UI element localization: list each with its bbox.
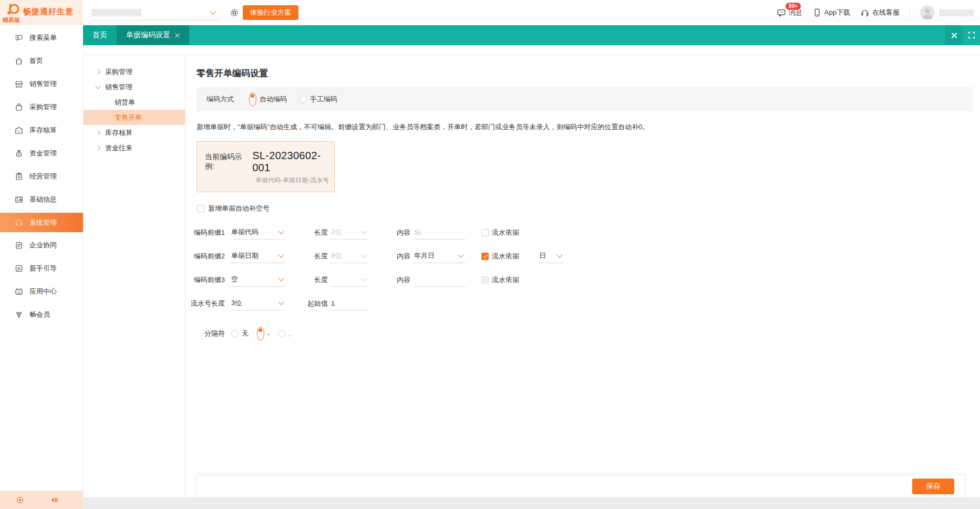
save-button[interactable]: 保存 <box>912 479 954 494</box>
phone-icon <box>812 8 822 17</box>
autofill-checkbox-row[interactable]: 新增单据自动补空号 <box>197 204 980 213</box>
chevron-down-icon <box>96 84 101 89</box>
divider <box>910 8 910 17</box>
submenu-item-purchase[interactable]: 采购管理 <box>83 64 185 79</box>
select-value: 8位 <box>331 251 342 261</box>
chevron-down-icon <box>278 299 284 305</box>
sidebar-item-app-center[interactable]: 应用中心 <box>0 280 83 303</box>
sidebar-item-label: 采购管理 <box>29 102 57 112</box>
prefix2-content-select[interactable]: 年月日 <box>413 250 466 263</box>
tab-close-icon[interactable] <box>175 33 180 38</box>
member-icon <box>14 310 24 319</box>
radio-label: . <box>288 330 291 338</box>
length-label: 长度 <box>305 228 328 237</box>
submenu-item-funds-flow[interactable]: 资金往来 <box>83 140 185 155</box>
sidebar-item-guide[interactable]: 新 新手引导 <box>0 257 83 280</box>
start-value-field[interactable]: 1 <box>330 297 368 310</box>
collapse-sidebar-icon[interactable] <box>49 496 58 504</box>
prefix1-type-select[interactable]: 单据代码 <box>230 226 286 240</box>
sidebar-menu: 搜索菜单 首页 $ 销售管理 <box>0 25 83 326</box>
sidebar-item-collaboration[interactable]: 企业协同 <box>0 234 83 257</box>
content-label: 内容 <box>396 275 410 285</box>
trial-industry-plan-button[interactable]: 体验行业方案 <box>243 5 298 20</box>
checkbox-icon <box>481 276 489 284</box>
page-title: 零售开单编码设置 <box>197 67 980 79</box>
tab-home[interactable]: 首页 <box>83 25 117 45</box>
sidebar-item-funds[interactable]: ¥ 资金管理 <box>0 142 83 165</box>
redacted-company-name <box>91 9 141 16</box>
content-label: 内容 <box>396 228 410 237</box>
sidebar-item-purchase[interactable]: 采购管理 <box>0 96 83 119</box>
prefix1-serial-checkbox[interactable]: 流水依据 <box>481 228 520 237</box>
app-download-button[interactable]: App下载 <box>812 8 850 17</box>
sidebar-item-home[interactable]: 首页 <box>0 49 83 72</box>
prefix1-content-field[interactable]: SL <box>413 226 466 240</box>
serial-label: 流水依据 <box>492 228 519 237</box>
prefix2-serial-unit-select[interactable]: 日 <box>538 250 564 263</box>
close-all-tabs-button[interactable] <box>945 25 963 45</box>
app-center-icon <box>14 287 24 296</box>
example-code: SL-20230602-001 <box>252 150 334 174</box>
sidebar-item-member[interactable]: 畅会员 <box>0 303 83 326</box>
prefix3-serial-checkbox[interactable]: 流水依据 <box>481 275 520 285</box>
sidebar-footer <box>0 491 83 509</box>
prefix3-length-select[interactable] <box>330 273 368 287</box>
chevron-down-icon <box>360 228 366 234</box>
svg-text:$: $ <box>18 83 20 87</box>
submenu-item-label: 采购管理 <box>105 67 132 77</box>
submenu-item-label: 资金往来 <box>105 143 132 153</box>
prefix3-content-field[interactable] <box>413 273 466 287</box>
chevron-right-icon <box>96 146 101 151</box>
settings-gear-icon[interactable] <box>230 8 239 17</box>
radio-auto-encoding[interactable]: 自动编码 <box>249 92 287 106</box>
tab-label: 首页 <box>92 30 107 40</box>
fullscreen-icon <box>968 32 975 39</box>
submenu-item-inventory[interactable]: 库存核算 <box>83 125 185 140</box>
sidebar-item-label: 资金管理 <box>29 149 57 158</box>
sidebar-item-operation[interactable]: 经营管理 <box>0 165 83 188</box>
sidebar-item-label: 应用中心 <box>29 287 57 296</box>
submenu-item-sales[interactable]: 销售管理 <box>83 79 185 95</box>
radio-separator-dash[interactable]: - <box>257 327 270 340</box>
select-value: 单据代码 <box>231 227 259 237</box>
submenu-item-label: 零售开单 <box>115 113 142 122</box>
funds-icon: ¥ <box>14 149 24 158</box>
sidebar-item-inventory[interactable]: 库存核算 <box>0 119 83 142</box>
serial-label: 流水依据 <box>492 275 519 285</box>
serial-length-select[interactable]: 3位 <box>230 297 286 310</box>
online-service-button[interactable]: 在线客服 <box>860 8 900 17</box>
app-download-label: App下载 <box>824 8 850 17</box>
submenu-item-sales-order[interactable]: 销货单 <box>83 95 185 110</box>
example-hint: 单据代码-单据日期-流水号 <box>255 176 334 185</box>
sidebar-item-basic-info[interactable]: 基础信息 <box>0 188 83 211</box>
sidebar-item-label: 搜索菜单 <box>29 33 57 43</box>
sidebar-item-label: 系统管理 <box>29 218 57 227</box>
content-top-divider <box>83 55 980 55</box>
user-menu[interactable] <box>920 5 974 20</box>
messages-button[interactable]: 消息 99+ <box>777 8 802 17</box>
company-selector[interactable] <box>90 5 219 20</box>
prefix2-serial-checkbox[interactable]: 流水依据 <box>481 252 520 261</box>
select-value: 日 <box>539 251 546 261</box>
submenu-item-label: 库存核算 <box>105 128 132 138</box>
submenu-item-retail-billing[interactable]: 零售开单 <box>83 110 185 125</box>
sidebar-item-search-menu[interactable]: 搜索菜单 <box>0 26 83 49</box>
chevron-down-icon <box>278 252 284 257</box>
online-service-label: 在线客服 <box>872 8 900 17</box>
prefix1-length-select[interactable]: 2位 <box>330 226 368 240</box>
serial-label: 流水依据 <box>492 252 519 261</box>
submenu-item-label: 销货单 <box>115 98 135 107</box>
sidebar-item-sales[interactable]: $ 销售管理 <box>0 72 83 96</box>
tab-document-code-settings[interactable]: 单据编码设置 <box>117 25 189 45</box>
prefix2-length-select[interactable]: 8位 <box>330 250 368 263</box>
fullscreen-button[interactable] <box>963 25 980 45</box>
prefix3-type-select[interactable]: 空 <box>230 273 286 287</box>
radio-separator-dot[interactable]: . <box>278 330 291 338</box>
sidebar-item-system[interactable]: 系统管理 <box>0 213 83 232</box>
settings-gear-icon[interactable] <box>16 496 24 504</box>
radio-separator-none[interactable]: 无 <box>231 329 249 338</box>
prefix2-type-select[interactable]: 单据日期 <box>230 250 286 263</box>
length-label: 长度 <box>305 275 328 285</box>
radio-manual-encoding[interactable]: 手工编码 <box>300 95 337 104</box>
checkbox-icon <box>481 253 489 260</box>
